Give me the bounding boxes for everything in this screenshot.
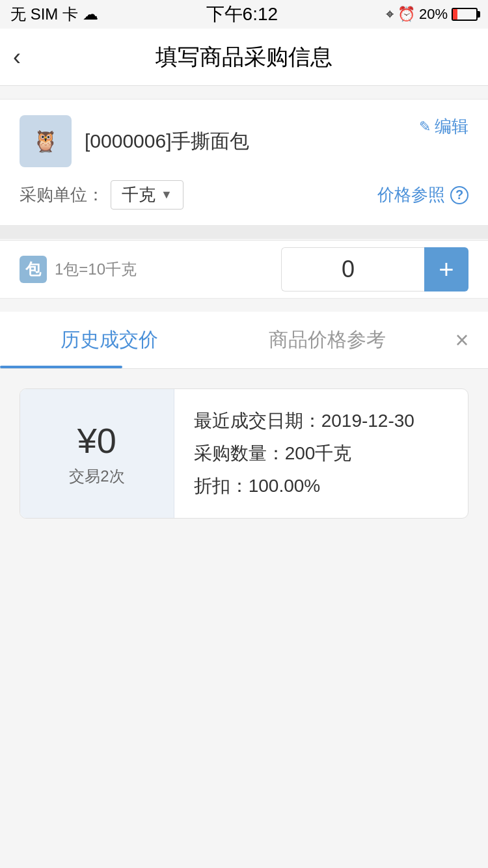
discount-label: 折扣： xyxy=(194,476,249,496)
gps-icon: ⌖ xyxy=(386,6,394,23)
quantity-unit-sub: 1包=10千克 xyxy=(55,259,137,280)
quantity-input[interactable] xyxy=(281,247,424,292)
close-icon: × xyxy=(455,327,468,354)
product-unit-row: 采购单位： 千克 ▼ 价格参照 ? xyxy=(20,180,468,210)
qty-row: 采购数量：200千克 xyxy=(194,441,448,466)
product-header: 🦉 [0000006]手撕面包 ✎ 编辑 xyxy=(20,115,468,167)
price-main: ¥0 xyxy=(77,420,116,461)
status-time: 下午6:12 xyxy=(206,2,278,27)
no-sim-text: 无 SIM 卡 ☁ xyxy=(10,4,98,25)
back-button[interactable]: ‹ xyxy=(13,44,52,71)
quantity-input-area: + xyxy=(281,247,468,292)
edit-icon: ✎ xyxy=(419,118,431,135)
quantity-unit: 包 xyxy=(25,259,41,280)
tab-bar: 历史成交价 商品价格参考 × xyxy=(0,312,488,369)
nav-bar: ‹ 填写商品采购信息 xyxy=(0,29,488,86)
price-ref-button[interactable]: 价格参照 ? xyxy=(377,183,468,206)
status-bar: 无 SIM 卡 ☁ 下午6:12 ⌖ ⏰ 20% xyxy=(0,0,488,29)
tab-price-ref-label: 商品价格参考 xyxy=(269,327,386,353)
tab-underline xyxy=(0,366,122,368)
price-ref-label: 价格参照 xyxy=(377,183,445,206)
discount-value: 100.00% xyxy=(249,476,321,496)
latest-date-value: 2019-12-30 xyxy=(321,411,414,431)
status-right: ⌖ ⏰ 20% xyxy=(386,6,478,23)
trade-count: 交易2次 xyxy=(69,466,124,487)
product-image: 🦉 xyxy=(20,115,72,167)
divider-1 xyxy=(0,226,488,239)
tab-close-button[interactable]: × xyxy=(436,327,488,354)
unit-selector[interactable]: 千克 ▼ xyxy=(111,180,183,210)
quantity-left: 包 1包=10千克 xyxy=(20,256,137,283)
help-question: ? xyxy=(455,187,463,202)
unit-label: 采购单位： xyxy=(20,183,104,206)
edit-button[interactable]: ✎ 编辑 xyxy=(419,115,468,138)
qty-label: 采购数量： xyxy=(194,443,285,463)
alarm-icon: ⏰ xyxy=(398,6,415,23)
product-name: [0000006]手撕面包 xyxy=(85,128,249,155)
price-value: 0 xyxy=(97,421,116,460)
price-card: ¥0 交易2次 最近成交日期：2019-12-30 采购数量：200千克 折扣：… xyxy=(20,388,468,519)
tab-history-label: 历史成交价 xyxy=(61,327,158,353)
tab-history-price[interactable]: 历史成交价 xyxy=(0,312,218,368)
unit-value: 千克 xyxy=(122,183,156,206)
quantity-unit-box: 包 xyxy=(20,256,47,283)
status-left: 无 SIM 卡 ☁ xyxy=(10,4,98,25)
tab-price-ref[interactable]: 商品价格参考 xyxy=(218,312,436,368)
unit-dropdown-icon: ▼ xyxy=(161,188,172,202)
product-logo: 🦉 xyxy=(33,129,59,154)
history-section: ¥0 交易2次 最近成交日期：2019-12-30 采购数量：200千克 折扣：… xyxy=(0,369,488,538)
price-card-left: ¥0 交易2次 xyxy=(20,389,174,518)
latest-date-row: 最近成交日期：2019-12-30 xyxy=(194,409,448,433)
currency-symbol: ¥ xyxy=(77,421,97,460)
help-icon[interactable]: ? xyxy=(450,186,468,204)
plus-icon: + xyxy=(439,255,454,284)
quantity-row: 包 1包=10千克 + xyxy=(0,240,488,299)
price-card-right: 最近成交日期：2019-12-30 采购数量：200千克 折扣：100.00% xyxy=(174,389,468,518)
battery-icon xyxy=(452,8,478,21)
product-left: 🦉 [0000006]手撕面包 xyxy=(20,115,249,167)
page-title: 填写商品采购信息 xyxy=(156,42,332,72)
qty-value: 200千克 xyxy=(285,443,352,463)
edit-label: 编辑 xyxy=(435,115,468,138)
quantity-plus-button[interactable]: + xyxy=(424,247,468,292)
product-card: 🦉 [0000006]手撕面包 ✎ 编辑 采购单位： 千克 ▼ 价格参照 ? xyxy=(0,99,488,226)
latest-date-label: 最近成交日期： xyxy=(194,411,321,431)
discount-row: 折扣：100.00% xyxy=(194,474,448,498)
battery-percent: 20% xyxy=(419,6,448,23)
